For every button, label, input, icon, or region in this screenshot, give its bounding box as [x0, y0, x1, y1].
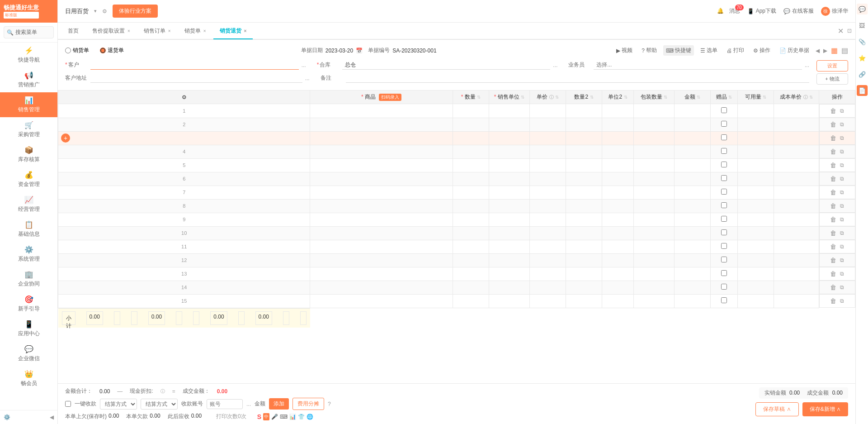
- pack-qty-cell[interactable]: [634, 145, 675, 158]
- delete-row-icon[interactable]: 🗑: [830, 175, 836, 182]
- remark-input[interactable]: [346, 73, 809, 83]
- unit-price-cell[interactable]: [530, 213, 566, 226]
- delete-row-icon[interactable]: 🗑: [830, 107, 836, 114]
- product-cell[interactable]: [310, 172, 453, 186]
- gift-checkbox[interactable]: [721, 229, 727, 235]
- available-cell[interactable]: [738, 172, 774, 186]
- unit2-cell[interactable]: [602, 104, 634, 118]
- gift-cell[interactable]: [711, 267, 738, 281]
- delete-row-icon[interactable]: 🗑: [830, 189, 836, 196]
- quantity2-cell[interactable]: [566, 172, 602, 186]
- sales-unit-cell[interactable]: [489, 118, 530, 131]
- customer-input[interactable]: [90, 60, 299, 70]
- salesperson-dots[interactable]: ...: [805, 62, 809, 68]
- amount-cell[interactable]: [675, 104, 711, 118]
- dropdown-icon[interactable]: ▾: [94, 8, 97, 14]
- quantity2-cell[interactable]: [566, 226, 602, 240]
- delete-row-icon[interactable]: 🗑: [830, 202, 836, 210]
- sales-unit-cell[interactable]: [489, 281, 530, 294]
- quantity-cell[interactable]: [453, 172, 489, 186]
- copy-row-icon[interactable]: ⧉: [840, 230, 844, 236]
- amount-cell[interactable]: [675, 131, 711, 145]
- tab-home[interactable]: 首页: [61, 24, 85, 39]
- sales-unit-cell[interactable]: [489, 158, 530, 172]
- product-cell[interactable]: [310, 240, 453, 253]
- sort-cost-unit-price-icon[interactable]: ⇅: [809, 95, 813, 100]
- quantity2-cell[interactable]: [566, 158, 602, 172]
- product-cell[interactable]: [310, 118, 453, 131]
- gift-cell[interactable]: [711, 253, 738, 267]
- delete-row-icon[interactable]: 🗑: [830, 229, 836, 237]
- scan-btn[interactable]: 扫码录入: [379, 94, 401, 101]
- sidebar-item-basic[interactable]: 📋 基础信息: [0, 217, 57, 242]
- experience-button[interactable]: 体验行业方案: [113, 5, 158, 18]
- copy-row-icon[interactable]: ⧉: [840, 203, 844, 209]
- sales-unit-cell[interactable]: [489, 145, 530, 158]
- address-input[interactable]: [90, 73, 302, 83]
- add-payment-btn[interactable]: 添加: [269, 398, 289, 410]
- bank-account-dots[interactable]: ...: [246, 401, 251, 407]
- next-record-icon[interactable]: ▶: [823, 48, 827, 54]
- gift-checkbox[interactable]: [721, 107, 727, 113]
- pack-qty-cell[interactable]: [634, 186, 675, 199]
- delete-row-icon[interactable]: 🗑: [830, 284, 836, 291]
- sales-unit-cell[interactable]: [489, 253, 530, 267]
- sidebar-item-system[interactable]: ⚙️ 系统管理: [0, 242, 57, 267]
- sales-unit-cell[interactable]: [489, 186, 530, 199]
- quantity-cell[interactable]: [453, 118, 489, 131]
- customer-dots[interactable]: ...: [302, 62, 306, 68]
- cost-unit-price-cell[interactable]: [774, 267, 819, 281]
- available-cell[interactable]: [738, 253, 774, 267]
- copy-row-icon[interactable]: ⧉: [840, 162, 844, 168]
- sidebar-item-sales[interactable]: 📊 销售管理: [0, 92, 57, 117]
- prev-record-icon[interactable]: ◀: [816, 48, 820, 54]
- sales-unit-cell[interactable]: [489, 131, 530, 145]
- available-cell[interactable]: [738, 145, 774, 158]
- radio-sales[interactable]: [65, 48, 71, 53]
- sales-unit-cell[interactable]: [489, 213, 530, 226]
- gift-checkbox[interactable]: [721, 216, 727, 222]
- cost-unit-price-cell[interactable]: [774, 253, 819, 267]
- amount-cell[interactable]: [675, 213, 711, 226]
- sales-unit-cell[interactable]: [489, 172, 530, 186]
- unit2-cell[interactable]: [602, 118, 634, 131]
- sales-unit-cell[interactable]: [489, 104, 530, 118]
- expense-split-btn[interactable]: 费用分摊: [292, 398, 324, 410]
- available-cell[interactable]: [738, 240, 774, 253]
- available-cell[interactable]: [738, 281, 774, 294]
- view-list-icon[interactable]: ▦: [831, 46, 838, 55]
- bank-account-input[interactable]: [207, 399, 243, 409]
- toolbar-help[interactable]: ? 帮助: [639, 45, 660, 56]
- cost-unit-price-cell[interactable]: [774, 213, 819, 226]
- gift-checkbox[interactable]: [721, 284, 727, 290]
- product-cell[interactable]: [310, 213, 453, 226]
- gift-cell[interactable]: [711, 145, 738, 158]
- tab-price-setup-close[interactable]: ×: [127, 29, 130, 33]
- gift-checkbox[interactable]: [721, 270, 727, 276]
- quantity2-cell[interactable]: [566, 253, 602, 267]
- toolbar-select[interactable]: ☰ 选单: [698, 45, 720, 56]
- sort-quantity-icon[interactable]: ⇅: [477, 95, 481, 100]
- quantity-cell[interactable]: [453, 253, 489, 267]
- copy-row-icon[interactable]: ⧉: [840, 135, 844, 141]
- right-sidebar-image[interactable]: 🖼: [857, 20, 868, 31]
- pack-qty-cell[interactable]: [634, 131, 675, 145]
- quantity-cell[interactable]: [453, 267, 489, 281]
- product-cell[interactable]: [310, 267, 453, 281]
- calendar-icon[interactable]: 📅: [356, 48, 363, 54]
- product-cell[interactable]: [310, 253, 453, 267]
- save-draft-button[interactable]: 保存草稿 ∧: [755, 402, 798, 416]
- delete-row-icon[interactable]: 🗑: [830, 216, 836, 223]
- quantity2-cell[interactable]: [566, 104, 602, 118]
- quantity-cell[interactable]: [453, 240, 489, 253]
- unit2-cell[interactable]: [602, 172, 634, 186]
- unit-price-cell[interactable]: [530, 158, 566, 172]
- sort-quantity2-icon[interactable]: ⇅: [590, 95, 594, 100]
- amount-cell[interactable]: [675, 158, 711, 172]
- copy-row-icon[interactable]: ⧉: [840, 216, 844, 223]
- quantity-cell[interactable]: [453, 226, 489, 240]
- cost-unit-price-cell[interactable]: [774, 294, 819, 308]
- sidebar-item-marketing[interactable]: 📢 营销推广: [0, 67, 57, 92]
- unit-price-cell[interactable]: [530, 240, 566, 253]
- quantity2-cell[interactable]: [566, 240, 602, 253]
